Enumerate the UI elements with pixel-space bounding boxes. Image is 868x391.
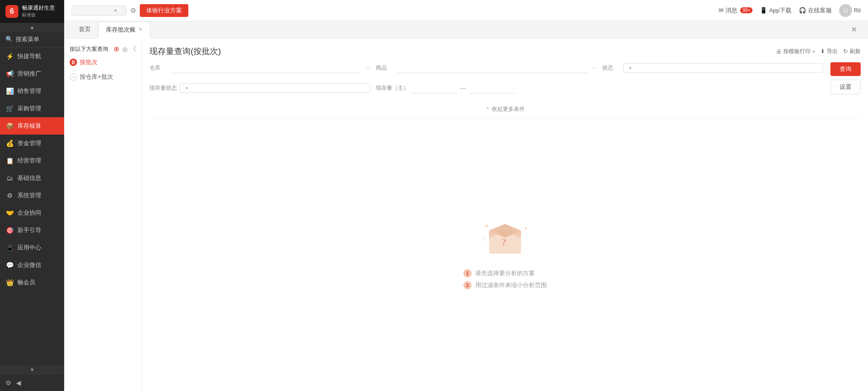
app-download-group[interactable]: 📱 App下载 [760, 6, 791, 15]
scheme-collapse-icon[interactable]: 《 [130, 45, 136, 53]
topbar-gear-icon[interactable]: ⚙ [130, 6, 136, 15]
user-avatar-group[interactable]: U Rit [839, 4, 861, 17]
app-logo: 6 [5, 5, 18, 18]
topbar-search-input[interactable] [76, 7, 112, 14]
export-btn[interactable]: ⬇ 导出 [820, 48, 838, 55]
sidebar-item-sales[interactable]: 📊 销售管理 [0, 82, 64, 100]
message-icon: ✉ [719, 7, 724, 14]
sidebar-item-label: 库存核算 [17, 122, 41, 130]
app-info: 畅康通好生意 标准版 [22, 5, 55, 18]
query-btn[interactable]: 查询 [830, 62, 861, 76]
scheme-by-warehouse-batch[interactable]: ○ 按仓库+批次 [64, 70, 142, 84]
settings-btn[interactable]: 设置 [830, 80, 861, 94]
sidebar-item-basic[interactable]: 🗂 基础信息 [0, 169, 64, 187]
sidebar-item-label: 基础信息 [17, 174, 41, 182]
vip-icon: 👑 [5, 279, 14, 286]
status-select[interactable]: ▾ [623, 63, 823, 73]
collapse-sidebar-icon[interactable]: ◀ [16, 379, 21, 386]
sidebar-item-enterprise[interactable]: 🤝 企业协同 [0, 204, 64, 222]
app-name: 畅康通好生意 [22, 5, 55, 12]
tab-close-icon[interactable]: ✕ [138, 27, 143, 33]
print-btn[interactable]: 🖨 按模板打印 ▾ [776, 48, 815, 55]
settings-icon[interactable]: ⚙ [5, 379, 11, 386]
search-icon: 🔍 [5, 36, 13, 43]
refresh-btn[interactable]: ↻ 刷新 [843, 48, 861, 55]
scheme-dot-active: B [70, 59, 77, 66]
sidebar-item-quick-nav[interactable]: ⚡ 快捷导航 [0, 48, 64, 65]
page-title-row: 现存量查询(按批次) 🖨 按模板打印 ▾ ⬇ 导出 ↻ 刷新 [149, 46, 861, 57]
scheme-settings-icon[interactable]: ◎ [122, 46, 127, 53]
main-area: ▾ ⚙ 体验行业方案 ✉ 消息 99+ 📱 App下载 🎧 在线客服 U Rit [64, 0, 868, 391]
step-2-text: 用过滤条件来缩小分析范围 [475, 281, 547, 289]
product-input[interactable] [397, 62, 588, 73]
product-more[interactable]: ··· [592, 65, 597, 71]
scheme-by-batch[interactable]: B 按批次 [64, 55, 142, 70]
content-area: 按以下方案查询 ⊕ ◎ 《 B 按批次 ○ 按仓库+批次 现存量查询(按批次) [64, 38, 868, 391]
guide-icon: 🎯 [5, 227, 14, 234]
empty-step-2: 2 用过滤条件来缩小分析范围 [463, 281, 547, 289]
add-scheme-icon[interactable]: ⊕ [114, 45, 120, 53]
online-service-label: 在线客服 [808, 6, 832, 15]
topbar-dropdown-icon[interactable]: ▾ [114, 7, 117, 14]
logo-char: 6 [10, 7, 14, 16]
tab-panel-close-icon[interactable]: ✕ [851, 25, 857, 34]
warehouse-label: 仓库 [149, 64, 168, 72]
sidebar-item-apps[interactable]: 📱 应用中心 [0, 239, 64, 256]
sidebar-item-label: 资金管理 [17, 139, 41, 147]
sidebar-item-vip[interactable]: 👑 畅会员 [0, 274, 64, 291]
operations-icon: 📋 [5, 157, 14, 164]
basic-icon: 🗂 [5, 174, 14, 182]
right-panel: 现存量查询(按批次) 🖨 按模板打印 ▾ ⬇ 导出 ↻ 刷新 [142, 38, 868, 391]
avatar: U [839, 4, 852, 17]
print-dropdown-icon[interactable]: ▾ [813, 49, 815, 54]
inventory-status-select[interactable]: ▾ [180, 83, 370, 93]
sidebar-item-label: 企业协同 [17, 209, 41, 217]
refresh-icon: ↻ [843, 48, 848, 54]
sidebar-item-purchase[interactable]: 🛒 采购管理 [0, 100, 64, 117]
qty-from-input[interactable] [412, 82, 457, 93]
tab-home[interactable]: 首页 [71, 22, 98, 38]
industry-btn[interactable]: 体验行业方案 [140, 4, 188, 17]
export-label: 导出 [827, 48, 838, 55]
enterprise-icon: 🤝 [5, 209, 14, 217]
sidebar-item-inventory[interactable]: 📦 库存核算 [0, 117, 64, 135]
sidebar-scroll-up[interactable]: ▲ [0, 23, 64, 32]
sidebar-scroll-down[interactable]: ▼ [0, 365, 64, 374]
warehouse-input[interactable] [170, 62, 361, 73]
sidebar-search[interactable]: 🔍 搜索菜单 [0, 32, 64, 48]
sidebar-item-wechat[interactable]: 💬 企业微信 [0, 256, 64, 274]
sidebar-item-finance[interactable]: 💰 资金管理 [0, 135, 64, 152]
username-label: Rit [854, 7, 861, 14]
svg-point-5 [485, 225, 488, 228]
print-label: 按模板打印 [783, 48, 811, 55]
sidebar: 6 畅康通好生意 标准版 ▲ 🔍 搜索菜单 ⚡ 快捷导航 📢 营销推广 📊 销售… [0, 0, 64, 391]
sidebar-item-label: 经营管理 [17, 157, 41, 165]
filter-divider [149, 119, 861, 119]
empty-illustration: ? [478, 212, 533, 258]
sidebar-item-label: 销售管理 [17, 87, 41, 95]
sidebar-item-system[interactable]: ⚙ 系统管理 [0, 187, 64, 204]
collapse-filter-row[interactable]: ⌃ 收起更多条件 [149, 103, 861, 116]
tab-inventory-batch[interactable]: 库存批次账 ✕ [98, 22, 150, 38]
step-1-num: 1 [463, 269, 472, 277]
sidebar-nav: 🔍 搜索菜单 ⚡ 快捷导航 📢 营销推广 📊 销售管理 🛒 采购管理 📦 库存核… [0, 32, 64, 365]
sidebar-item-operations[interactable]: 📋 经营管理 [0, 152, 64, 169]
sidebar-item-label: 快捷导航 [17, 52, 41, 60]
online-service-group[interactable]: 🎧 在线客服 [799, 6, 832, 15]
filter-area: 仓库 ··· 商品 ··· [149, 62, 861, 122]
filter-scheme-actions: ⊕ ◎ 《 [114, 45, 136, 53]
tab-inventory-batch-label: 库存批次账 [106, 26, 136, 34]
sidebar-item-marketing[interactable]: 📢 营销推广 [0, 65, 64, 82]
qty-dash: — [460, 85, 466, 92]
left-filter-panel: 按以下方案查询 ⊕ ◎ 《 B 按批次 ○ 按仓库+批次 [64, 38, 142, 391]
qty-to-input[interactable] [469, 82, 515, 93]
export-icon: ⬇ [820, 48, 825, 54]
warehouse-more[interactable]: ··· [366, 65, 370, 71]
messages-badge: 99+ [740, 7, 753, 13]
scheme-by-warehouse-batch-label: 按仓库+批次 [80, 73, 113, 81]
purchase-icon: 🛒 [5, 105, 14, 112]
messages-group[interactable]: ✉ 消息 99+ [719, 6, 753, 15]
app-version: 标准版 [22, 12, 55, 18]
filter-inventory-status-group: 现存量状态 ▾ [149, 83, 370, 93]
sidebar-item-guide[interactable]: 🎯 新手引导 [0, 222, 64, 239]
